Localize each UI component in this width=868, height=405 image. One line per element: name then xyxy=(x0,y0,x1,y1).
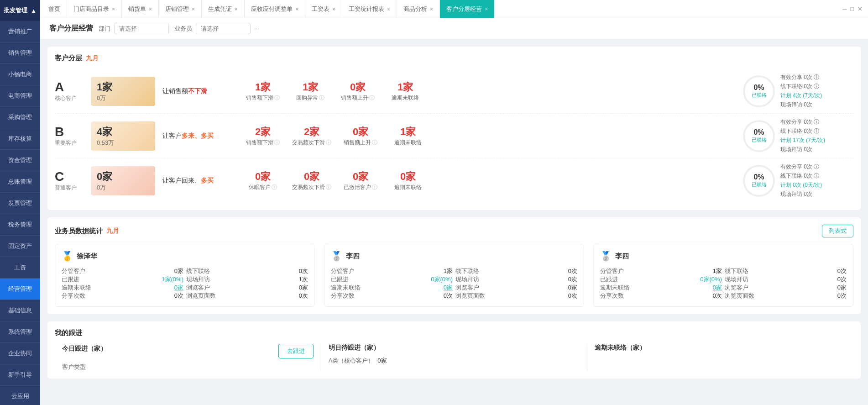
tab-销货单[interactable]: 销货单× xyxy=(122,0,159,18)
sidebar-item-资金管理[interactable]: 资金管理 xyxy=(0,150,40,171)
staff-header-0: 🥇徐泽华 xyxy=(62,251,308,262)
staff-header-1: 🥈李四 xyxy=(331,251,577,262)
follow-section: 我的跟进 今日跟进（家） 去跟进 客户类型 明日待跟进（家） A类（核心客户）0… xyxy=(47,321,861,379)
sidebar-item-新手引导[interactable]: 新手引导 xyxy=(0,364,40,386)
tab-close-商品分析[interactable]: × xyxy=(430,6,433,12)
tab-工资表[interactable]: 工资表× xyxy=(305,0,342,18)
tab-客户分层经营[interactable]: 客户分层经营× xyxy=(440,0,495,18)
stat-item[interactable]: 0家销售额上升 ⓘ xyxy=(342,125,379,147)
stats-title: 业务员数据统计 九月 xyxy=(55,227,119,236)
stat-item[interactable]: 1家销售额下滑 ⓘ xyxy=(245,80,281,102)
page-title: 客户分层经营 xyxy=(49,24,93,33)
tab-close-销货单[interactable]: × xyxy=(149,6,152,12)
main-area: 首页门店商品目录×销货单×店铺管理×生成凭证×应收应付调整单×工资表×工资统计报… xyxy=(40,0,868,405)
sidebar-item-云应用[interactable]: 云应用 xyxy=(0,386,40,405)
medal-icon: 🥈 xyxy=(600,251,612,262)
sidebar-item-销售管理[interactable]: 销售管理 xyxy=(0,42,40,64)
tab-close-门店商品目录[interactable]: × xyxy=(112,6,115,12)
sidebar-item-电商管理[interactable]: 电商管理 xyxy=(0,85,40,107)
window-close-icon[interactable]: ✕ xyxy=(858,5,863,12)
staff-row: 浏览页面数0次 xyxy=(725,292,847,300)
tier-count-A[interactable]: 1家0万 xyxy=(91,77,155,106)
tab-应收应付调整单[interactable]: 应收应付调整单× xyxy=(245,0,305,18)
sidebar-item-固定资产[interactable]: 固定资产 xyxy=(0,236,40,257)
medal-icon: 🥈 xyxy=(331,251,342,262)
tier-label-A: A核心客户 xyxy=(55,80,91,102)
sidebar-item-系统管理[interactable]: 系统管理 xyxy=(0,321,40,343)
sidebar-item-小畅电商[interactable]: 小畅电商 xyxy=(0,64,40,85)
window-restore-icon[interactable]: □ xyxy=(850,5,854,12)
sidebar-header[interactable]: 批发管理 ▲ xyxy=(0,0,40,21)
tier-circle-C: 0%已联络 xyxy=(743,165,775,197)
staff-row: 分管客户0家 xyxy=(62,267,183,275)
sidebar-item-采购管理[interactable]: 采购管理 xyxy=(0,107,40,128)
sidebar-item-基础信息[interactable]: 基础信息 xyxy=(0,300,40,321)
stat-item[interactable]: 1家逾期未联络 xyxy=(390,125,426,147)
stat-item[interactable]: 0家已激活客户 ⓘ xyxy=(342,170,379,191)
plan-link[interactable]: 计划 17次 (7天/次) xyxy=(780,137,853,144)
sidebar-collapse-icon[interactable]: ▲ xyxy=(31,7,37,14)
staff-row: 分管客户1家 xyxy=(600,267,722,275)
tier-rows: A核心客户1家0万让销售额不下滑1家销售额下滑 ⓘ1家回购异常 ⓘ0家销售额上升… xyxy=(55,69,853,203)
tier-count-B[interactable]: 4家0.53万 xyxy=(91,121,155,151)
stat-item[interactable]: 1家逾期未联络 xyxy=(387,80,424,102)
tab-close-工资表[interactable]: × xyxy=(332,6,335,12)
staff-row: 已跟进0家(0%) xyxy=(331,275,453,284)
tier-count-C[interactable]: 0家0万 xyxy=(91,166,155,195)
sidebar-item-工资[interactable]: 工资 xyxy=(0,257,40,279)
staff-select[interactable] xyxy=(196,23,251,34)
tab-close-客户分层经营[interactable]: × xyxy=(485,6,488,12)
sidebar-item-营销推广[interactable]: 营销推广 xyxy=(0,21,40,42)
follow-title: 我的跟进 xyxy=(55,329,853,337)
stat-item[interactable]: 1家回购异常 ⓘ xyxy=(292,80,329,102)
staff-row: 线下联络0次 xyxy=(455,267,577,275)
stat-item[interactable]: 0家销售额上升 ⓘ xyxy=(340,80,376,102)
stat-item[interactable]: 2家销售额下滑 ⓘ xyxy=(245,125,281,147)
tab-close-店铺管理[interactable]: × xyxy=(192,6,195,12)
list-view-button[interactable]: 列表式 xyxy=(822,225,853,237)
customer-tier-section: 客户分层 九月 A核心客户1家0万让销售额不下滑1家销售额下滑 ⓘ1家回购异常 … xyxy=(47,47,861,210)
filter-more-icon[interactable]: ··· xyxy=(254,25,259,32)
page-header: 客户分层经营 部门 业务员 ··· xyxy=(40,18,868,39)
staff-row: 已跟进1家(0%) xyxy=(62,275,183,284)
tab-门店商品目录[interactable]: 门店商品目录× xyxy=(67,0,122,18)
stats-header: 业务员数据统计 九月 列表式 xyxy=(55,225,853,237)
sidebar-item-库存核算[interactable]: 库存核算 xyxy=(0,128,40,150)
tier-circle-A: 0%已联络 xyxy=(743,75,775,107)
tab-店铺管理[interactable]: 店铺管理× xyxy=(159,0,202,18)
plan-link[interactable]: 计划 4次 (7天/次) xyxy=(780,92,853,100)
sidebar-item-发票管理[interactable]: 发票管理 xyxy=(0,193,40,214)
staff-name: 李四 xyxy=(346,252,360,261)
stat-item[interactable]: 0家休眠客户 ⓘ xyxy=(245,170,281,191)
stat-item[interactable]: 0家逾期未联络 xyxy=(390,170,426,191)
follow-col-tomorrow: 明日待跟进（家） A类（核心客户）0家 xyxy=(321,344,588,371)
dept-filter: 部门 xyxy=(99,23,169,34)
tab-生成凭证[interactable]: 生成凭证× xyxy=(202,0,245,18)
window-minimize-icon[interactable]: ─ xyxy=(842,5,847,12)
sidebar-item-企业协同[interactable]: 企业协同 xyxy=(0,343,40,364)
tab-商品分析[interactable]: 商品分析× xyxy=(397,0,440,18)
staff-row: 分管客户1家 xyxy=(331,267,453,275)
sidebar-item-经营管理[interactable]: 经营管理 xyxy=(0,279,40,300)
follow-columns: 今日跟进（家） 去跟进 客户类型 明日待跟进（家） A类（核心客户）0家 逾期未… xyxy=(55,344,853,371)
dept-select[interactable] xyxy=(114,23,169,34)
goto-followup-button[interactable]: 去跟进 xyxy=(278,344,314,358)
sidebar-item-税务管理[interactable]: 税务管理 xyxy=(0,214,40,236)
sidebar-item-总账管理[interactable]: 总账管理 xyxy=(0,171,40,193)
staff-row: 浏览页面数0次 xyxy=(455,292,577,300)
tier-stats-A: 1家销售额下滑 ⓘ1家回购异常 ⓘ0家销售额上升 ⓘ1家逾期未联络 xyxy=(245,80,737,102)
tab-close-生成凭证[interactable]: × xyxy=(235,6,238,12)
tab-工资统计报表[interactable]: 工资统计报表× xyxy=(342,0,397,18)
tier-month: 九月 xyxy=(86,54,99,63)
tab-close-工资统计报表[interactable]: × xyxy=(387,6,390,12)
staff-row: 现场拜访1次 xyxy=(186,275,308,284)
stat-item[interactable]: 2家交易频次下滑 ⓘ xyxy=(292,125,331,147)
stat-item[interactable]: 0家交易频次下滑 ⓘ xyxy=(292,170,331,191)
tab-首页[interactable]: 首页 xyxy=(42,0,67,18)
staff-name: 徐泽华 xyxy=(77,252,97,261)
tab-close-应收应付调整单[interactable]: × xyxy=(295,6,298,12)
tier-right-info-B: 有效分享 0次 ⓘ线下联络 0次 ⓘ计划 17次 (7天/次)现场拜访 0次 xyxy=(780,118,853,153)
staff-card-0: 🥇徐泽华分管客户0家已跟进1家(0%)逾期未联络0家分享次数0次线下联络0次现场… xyxy=(55,244,315,307)
tier-suggestion-A: 让销售额不下滑 xyxy=(162,87,235,95)
plan-link[interactable]: 计划 0次 (0天/次) xyxy=(780,181,853,189)
